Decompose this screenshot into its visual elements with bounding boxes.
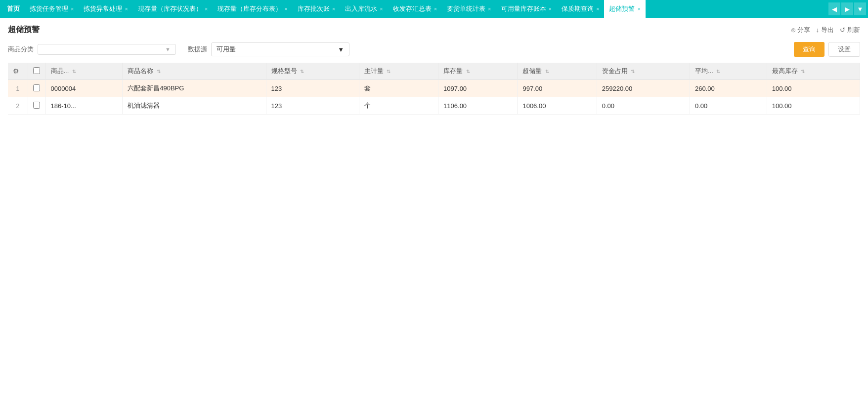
row-checkbox[interactable] xyxy=(33,84,40,91)
nav-home-label: 首页 xyxy=(7,4,20,13)
refresh-label: 刷新 xyxy=(847,26,860,35)
row-number: 2 xyxy=(8,97,28,115)
export-label: 导出 xyxy=(821,26,834,35)
datasource-select[interactable]: 可用量 ▼ xyxy=(211,42,349,56)
cell-avg: 0.00 xyxy=(690,97,767,115)
nav-inout-flow-label: 出入库流水 xyxy=(345,4,377,13)
nav-inventory-dist-label: 现存量（库存分布表） xyxy=(217,4,282,13)
column-capital[interactable]: 资金占用 ⇅ xyxy=(597,63,690,80)
nav-pick-exception-label: 拣货异常处理 xyxy=(84,4,122,13)
column-unit-label: 主计量 xyxy=(364,67,384,75)
close-icon[interactable]: × xyxy=(380,6,383,12)
nav-inout-flow[interactable]: 出入库流水 × xyxy=(340,0,388,18)
close-icon[interactable]: × xyxy=(205,6,208,12)
column-avg[interactable]: 平均... ⇅ xyxy=(690,63,767,80)
category-filter-label: 商品分类 xyxy=(8,45,34,54)
column-spec-label: 规格型号 xyxy=(271,67,297,75)
table-row: 1 0000004 六配套新昌490BPG 123 套 1097.00 997.… xyxy=(8,80,860,97)
query-button[interactable]: 查询 xyxy=(794,42,825,57)
nav-order-stats[interactable]: 要货单统计表 × xyxy=(442,0,496,18)
cell-max-stock: 100.00 xyxy=(767,80,860,97)
nav-home[interactable]: 首页 xyxy=(2,0,25,18)
close-icon[interactable]: × xyxy=(125,6,128,12)
cell-avg: 260.00 xyxy=(690,80,767,97)
close-icon[interactable]: × xyxy=(284,6,287,12)
nav-next-button[interactable]: ▶ xyxy=(841,2,853,15)
close-icon[interactable]: × xyxy=(637,6,640,12)
column-checkbox-all[interactable] xyxy=(28,63,45,80)
column-product-name-label: 商品名称 xyxy=(128,67,153,75)
row-checkbox[interactable] xyxy=(33,102,40,109)
filter-area: 商品分类 ▼ 数据源 可用量 ▼ 查询 设置 xyxy=(8,42,860,57)
nav-available-book[interactable]: 可用量库存账本 × xyxy=(496,0,557,18)
nav-overstock-warning[interactable]: 超储预警 × xyxy=(604,0,645,18)
nav-inventory-dist[interactable]: 现存量（库存分布表） × xyxy=(213,0,292,18)
page-title: 超储预警 xyxy=(8,25,40,35)
category-select[interactable]: ▼ xyxy=(38,44,176,55)
settings-button[interactable]: 设置 xyxy=(828,42,860,57)
chevron-down-icon: ▼ xyxy=(165,46,171,52)
row-number: 1 xyxy=(8,80,28,97)
nav-receipt-summary[interactable]: 收发存汇总表 × xyxy=(388,0,442,18)
share-icon: ⎋ xyxy=(791,26,795,34)
table-row: 2 186-10... 机油滤清器 123 个 1106.00 1006.00 … xyxy=(8,97,860,115)
column-overstock-label: 超储量 xyxy=(522,67,542,75)
data-table: ⚙ 商品... ⇅ 商品名称 ⇅ 规格型号 ⇅ 主计量 xyxy=(8,63,860,115)
sort-icon: ⇅ xyxy=(466,69,470,74)
share-label: 分享 xyxy=(797,26,810,35)
column-product-code-label: 商品... xyxy=(51,67,69,75)
column-unit[interactable]: 主计量 ⇅ xyxy=(359,63,438,80)
refresh-button[interactable]: ↺ 刷新 xyxy=(840,26,860,35)
nav-prev-button[interactable]: ◀ xyxy=(828,2,840,15)
select-all-checkbox[interactable] xyxy=(33,67,40,74)
nav-arrows: ◀ ▶ ▼ xyxy=(828,2,866,15)
cell-product-name: 六配套新昌490BPG xyxy=(123,80,266,97)
row-checkbox-cell[interactable] xyxy=(28,80,45,97)
column-max-stock[interactable]: 最高库存 ⇅ xyxy=(767,63,860,80)
cell-product-code: 186-10... xyxy=(45,97,123,115)
row-checkbox-cell[interactable] xyxy=(28,97,45,115)
close-icon[interactable]: × xyxy=(71,6,74,12)
sort-icon: ⇅ xyxy=(801,69,805,74)
nav-batch-account-label: 库存批次账 xyxy=(298,4,330,13)
nav-inventory-status[interactable]: 现存量（库存状况表） × xyxy=(133,0,213,18)
column-capital-label: 资金占用 xyxy=(602,67,628,75)
column-spec[interactable]: 规格型号 ⇅ xyxy=(266,63,359,80)
column-max-stock-label: 最高库存 xyxy=(772,67,798,75)
cell-product-name: 机油滤清器 xyxy=(123,97,266,115)
cell-spec: 123 xyxy=(266,80,359,97)
export-button[interactable]: ↓ 导出 xyxy=(816,26,834,35)
chevron-down-icon: ▼ xyxy=(338,46,344,53)
column-product-code[interactable]: 商品... ⇅ xyxy=(45,63,123,80)
column-stock[interactable]: 库存量 ⇅ xyxy=(438,63,518,80)
share-button[interactable]: ⎋ 分享 xyxy=(791,26,810,35)
cell-capital: 0.00 xyxy=(597,97,690,115)
gear-icon: ⚙ xyxy=(13,67,19,75)
nav-expiry-query[interactable]: 保质期查询 × xyxy=(557,0,604,18)
page-content: 超储预警 ⎋ 分享 ↓ 导出 ↺ 刷新 商品分类 ▼ 数据源 xyxy=(0,18,868,395)
close-icon[interactable]: × xyxy=(549,6,552,12)
nav-expiry-query-label: 保质期查询 xyxy=(562,4,594,13)
close-icon[interactable]: × xyxy=(434,6,437,12)
sort-icon: ⇅ xyxy=(387,69,391,74)
close-icon[interactable]: × xyxy=(332,6,335,12)
nav-pick-task[interactable]: 拣货任务管理 × xyxy=(25,0,79,18)
column-overstock[interactable]: 超储量 ⇅ xyxy=(518,63,597,80)
close-icon[interactable]: × xyxy=(488,6,491,12)
nav-inventory-status-label: 现存量（库存状况表） xyxy=(138,4,202,13)
close-icon[interactable]: × xyxy=(596,6,599,12)
filter-action-buttons: 查询 设置 xyxy=(794,42,860,57)
column-gear[interactable]: ⚙ xyxy=(8,63,28,80)
column-product-name[interactable]: 商品名称 ⇅ xyxy=(123,63,266,80)
nav-overstock-warning-label: 超储预警 xyxy=(609,4,635,13)
nav-menu-button[interactable]: ▼ xyxy=(854,2,866,15)
cell-max-stock: 100.00 xyxy=(767,97,860,115)
nav-pick-exception[interactable]: 拣货异常处理 × xyxy=(79,0,132,18)
cell-overstock: 997.00 xyxy=(518,80,597,97)
nav-order-stats-label: 要货单统计表 xyxy=(447,4,485,13)
cell-product-code: 0000004 xyxy=(45,80,123,97)
nav-batch-account[interactable]: 库存批次账 × xyxy=(293,0,340,18)
nav-receipt-summary-label: 收发存汇总表 xyxy=(393,4,432,13)
sort-icon: ⇅ xyxy=(631,69,635,74)
sort-icon: ⇅ xyxy=(157,69,161,74)
